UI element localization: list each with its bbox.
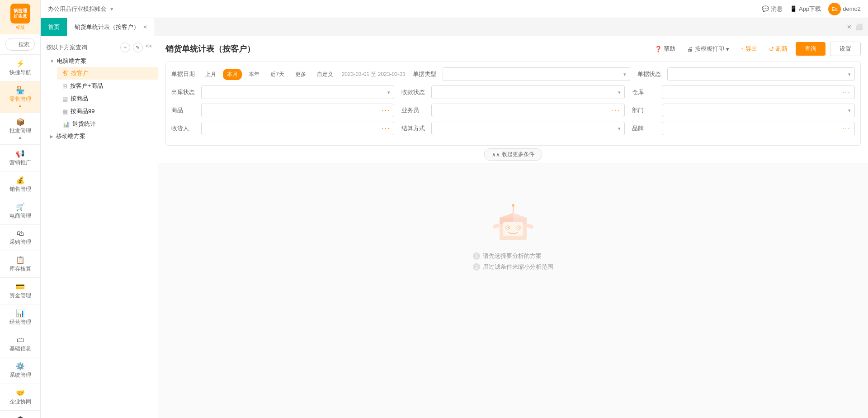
- left-panel-header: 按以下方案查询 + ✎ <<: [41, 40, 158, 55]
- empty-tip-1: 1 请先选择要分析的方案: [473, 252, 553, 260]
- collapse-row: ∧∧ 收起更多条件: [165, 146, 861, 163]
- tab-sales-by-customer[interactable]: 销货单统计表（按客户） ✕: [67, 18, 155, 36]
- bill-type-select[interactable]: ▾: [443, 67, 630, 81]
- user-profile-btn[interactable]: Ea demo2: [828, 3, 861, 15]
- export-btn[interactable]: ↑ 导出: [737, 43, 761, 55]
- tree-node-by-customer[interactable]: 客 按客户: [57, 67, 158, 80]
- filter-row-4: 收货人 ··· 结算方式 ▾: [171, 122, 855, 135]
- page-actions: ❓ 帮助 🖨 按模板打印 ▾ ↑ 导出 ↺: [651, 42, 861, 56]
- messages-btn[interactable]: 💬 消息: [762, 5, 783, 13]
- salesperson-select[interactable]: ···: [431, 104, 624, 117]
- tab-home[interactable]: 首页: [41, 18, 67, 36]
- query-button[interactable]: 查询: [796, 42, 826, 56]
- sidebar-item-inventory[interactable]: 📋 库存核算: [0, 251, 40, 278]
- sidebar-item-purchase[interactable]: 🛍 采购管理: [0, 225, 40, 251]
- sidebar-item-sales[interactable]: 💰 销售管理: [0, 171, 40, 198]
- sidebar-item-marketing[interactable]: 📢 营销推广: [0, 145, 40, 171]
- warehouse-label: 仓库: [632, 88, 659, 96]
- sidebar-item-shortcut[interactable]: ⚡ 快捷导航: [0, 55, 40, 81]
- app-download-label: App下载: [799, 5, 821, 13]
- sidebar-menu: 🔍 ⚡ 快捷导航 🏪 零售管理 ▲ 📦 批发管理 ▲ 📢 营销推广 💰 销售管理: [0, 34, 40, 418]
- logo-icon: 畅捷通好生意: [10, 4, 30, 24]
- sidebar-item-label: 批发管理: [9, 127, 31, 135]
- app-download-btn[interactable]: 📱 App下载: [790, 5, 821, 13]
- svg-point-7: [519, 227, 520, 228]
- date-btn-this-year[interactable]: 本年: [245, 69, 264, 80]
- user-name: demo2: [843, 5, 861, 12]
- receipt-status-select[interactable]: ▾: [431, 86, 624, 99]
- search-menu-input[interactable]: [5, 38, 35, 51]
- filter-row-2: 出库状态 ▾ 收款状态 ▾: [171, 86, 855, 99]
- export-label: 导出: [745, 45, 757, 53]
- empty-tip-2: 2 用过滤条件来缩小分析范围: [473, 263, 553, 271]
- tab-close-icon[interactable]: ✕: [143, 24, 147, 30]
- sidebar-item-label: 销售管理: [9, 185, 31, 193]
- warehouse-select[interactable]: ···: [662, 86, 855, 99]
- brand-select[interactable]: ···: [662, 122, 855, 135]
- tree-node-by-product-99[interactable]: ▤ 按商品99: [57, 105, 158, 118]
- sidebar-item-enterprise[interactable]: 🤝 企业协同: [0, 384, 40, 411]
- date-btn-more[interactable]: 更多: [291, 69, 310, 80]
- tree-group-desktop[interactable]: ▼ 电脑端方案: [41, 55, 158, 67]
- date-btn-last-month[interactable]: 上月: [201, 69, 220, 80]
- expand-arrow: ▲: [18, 103, 23, 108]
- sidebar-item-operations[interactable]: 📊 经营管理: [0, 304, 40, 331]
- collapse-more-conditions-btn[interactable]: ∧∧ 收起更多条件: [484, 148, 542, 161]
- template-print-arrow: ▾: [726, 46, 729, 52]
- product-select[interactable]: ···: [201, 104, 394, 117]
- tabs-bar: 首页 销货单统计表（按客户） ✕ ✕ ⬜: [41, 18, 868, 36]
- sidebar-item-label: 营销推广: [9, 159, 31, 166]
- date-filter-buttons: 上月 本月 本年 近7天 更多 自定义 2023-03-01 至 2023-03…: [201, 69, 406, 80]
- ecommerce-icon: 🛒: [16, 203, 25, 211]
- brand-dots: ···: [842, 124, 851, 133]
- edit-scheme-btn[interactable]: ✎: [133, 43, 143, 52]
- department-filter: 部门 ▾: [632, 104, 855, 117]
- sidebar-item-label: 系统管理: [9, 371, 31, 379]
- refresh-btn[interactable]: ↺ 刷新: [765, 43, 791, 55]
- settlement-select[interactable]: ▾: [431, 122, 624, 135]
- sidebar-item-newbie[interactable]: 🎓 新手引导: [0, 411, 40, 418]
- department-select[interactable]: ▾: [662, 104, 855, 117]
- sidebar-item-ecommerce[interactable]: 🛒 电商管理: [0, 198, 40, 225]
- window-maximize-icon[interactable]: ⬜: [855, 24, 863, 30]
- plus-icon: +: [124, 45, 127, 50]
- breadcrumb-dropdown-icon[interactable]: ▾: [110, 5, 113, 12]
- sidebar-item-wholesale[interactable]: 📦 批发管理 ▲: [0, 113, 40, 145]
- collapse-panel-btn[interactable]: <<: [146, 43, 152, 52]
- inventory-icon: 📋: [16, 256, 25, 264]
- tree-node-return-stats[interactable]: 📊 退货统计: [57, 118, 158, 130]
- tree-expand-arrow: ▼: [50, 59, 54, 64]
- header-right: 💬 消息 📱 App下载 Ea demo2: [762, 3, 861, 15]
- sidebar-item-retail[interactable]: 🏪 零售管理 ▲: [0, 81, 40, 113]
- date-btn-custom[interactable]: 自定义: [313, 69, 337, 80]
- sidebar-item-system[interactable]: ⚙️ 系统管理: [0, 357, 40, 384]
- sidebar-item-finance[interactable]: 💳 资金管理: [0, 278, 40, 304]
- bill-type-label: 单据类型: [413, 70, 440, 78]
- refresh-label: 刷新: [776, 45, 788, 53]
- recipient-select[interactable]: ···: [201, 122, 394, 135]
- tree-node-by-product[interactable]: ▤ 按商品: [57, 92, 158, 105]
- bill-status-select[interactable]: ▾: [667, 67, 855, 81]
- tree-node-label: 按商品99: [71, 107, 94, 115]
- tab-window-controls: ✕ ⬜: [841, 24, 868, 30]
- department-label: 部门: [632, 106, 659, 114]
- sidebar-item-label: 经营管理: [9, 318, 31, 326]
- tree-group-mobile[interactable]: ▶ 移动端方案: [41, 130, 158, 142]
- template-print-btn[interactable]: 🖨 按模板打印 ▾: [684, 43, 733, 55]
- tree-node-by-customer-product[interactable]: ⊞ 按客户+商品: [57, 80, 158, 92]
- help-btn[interactable]: ❓ 帮助: [651, 43, 679, 55]
- table-icon: ▤: [62, 95, 68, 102]
- add-scheme-btn[interactable]: +: [120, 43, 130, 52]
- date-btn-last-7-days[interactable]: 近7天: [266, 69, 288, 80]
- sidebar-item-basic[interactable]: 🗃 基础信息: [0, 331, 40, 357]
- out-status-select[interactable]: ▾: [201, 86, 394, 99]
- date-btn-this-month[interactable]: 本月: [223, 69, 242, 80]
- window-close-icon[interactable]: ✕: [847, 24, 852, 30]
- chevron-up-icon: ∧∧: [492, 152, 500, 158]
- tree-node-label: 按商品: [71, 95, 88, 103]
- app-wrapper: 办公用品行业模拟账套 ▾ 💬 消息 📱 App下载 Ea demo2 首页: [41, 0, 868, 418]
- page-title: 销货单统计表（按客户）: [165, 43, 255, 54]
- messages-label: 消息: [771, 5, 783, 13]
- warehouse-filter: 仓库 ···: [632, 86, 855, 99]
- settings-button[interactable]: 设置: [830, 42, 861, 56]
